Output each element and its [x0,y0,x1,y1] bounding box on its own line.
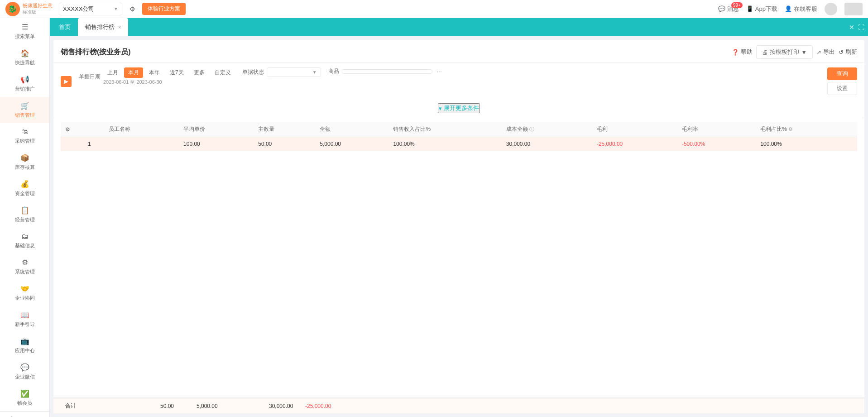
home-icon: 🏠 [20,49,29,58]
sidebar-item-system[interactable]: ⚙ 系统管理 [0,254,49,280]
avatar[interactable] [825,3,837,15]
data-table: ⚙ 员工名称 平均单价 主数量 全额 销售收入占比% 成本全额 ⓘ 毛利 毛利率 [61,122,857,151]
date-buttons: 上月 本月 本年 近7天 更多 自定义 [103,67,235,78]
sidebar-item-sales[interactable]: 🛒 销售管理 [0,97,49,123]
sidebar-item-wechat[interactable]: 💬 企业微信 [0,359,49,385]
sidebar-item-operations[interactable]: 📋 经营管理 [0,201,49,228]
footer-label: 合计 [65,402,156,410]
more-options-button[interactable]: ··· [435,68,444,75]
table-container: ⚙ 员工名称 平均单价 主数量 全额 销售收入占比% 成本全额 ⓘ 毛利 毛利率 [53,118,864,398]
message-icon: 💬 [718,5,725,12]
settings-button[interactable]: 设置 [827,82,857,95]
close-window-icon[interactable]: ✕ [849,24,854,31]
col-employee-name: 员工名称 [104,122,179,137]
goods-filter-group: 商品 ··· [328,67,444,75]
cell-profit-rate: -500.00% [677,137,756,151]
query-button[interactable]: 查询 [827,67,857,80]
help-button[interactable]: ❓ 帮助 [732,48,753,56]
sidebar-item-member[interactable]: ✅ 畅会员 [0,385,49,411]
tab-home[interactable]: 首页 [52,18,78,36]
logo-text: 畅康通好生意 [23,2,53,9]
tab-home-label: 首页 [59,23,71,31]
query-buttons: 查询 设置 [827,67,857,95]
sidebar-item-app-center[interactable]: 📺 应用中心 [0,332,49,359]
app-center-icon: 📺 [20,337,29,345]
date-btn-custom[interactable]: 自定义 [211,67,235,78]
page-header: 销售排行榜(按业务员) ❓ 帮助 🖨 按模板打印 ▼ ↗ [53,40,864,63]
operations-icon: 📋 [20,206,29,215]
filter-bar: ▶ 单据日期 上月 本月 本年 近7天 更多 自定义 [53,63,864,118]
status-label: 单据状态 [242,68,264,76]
online-service-button[interactable]: 👤 在线客服 [785,5,817,13]
messages-badge: 99+ [731,2,743,8]
cell-profit-pct: 100.00% [756,137,857,151]
logo-icon: 🐉 [5,2,20,16]
sidebar-bottom: ⚙ ◀◀ [0,411,49,417]
settings-icon-button[interactable]: ⚙ [126,3,139,15]
sidebar-item-quick-nav[interactable]: 🏠 快捷导航 [0,44,49,71]
tab-sales-ranking[interactable]: 销售排行榜 × [78,18,128,36]
sidebar-item-purchase[interactable]: 🛍 采购管理 [0,123,49,149]
date-btn-more[interactable]: 更多 [190,67,209,78]
logo: 🐉 畅康通好生意 标准版 [5,2,55,16]
goods-label: 商品 [328,67,339,75]
sidebar: ☰ 搜索菜单 🏠 快捷导航 📢 营销推广 🛒 销售管理 🛍 采购管理 📦 库存核… [0,18,50,417]
profit-pct-info-icon[interactable]: ⚙ [788,126,793,132]
app-download-button[interactable]: 📱 App下载 [746,5,777,13]
expand-window-icon[interactable]: ⛶ [858,24,864,31]
basic-info-icon: 🗂 [21,232,29,240]
expand-more-button[interactable]: ▾ 展开更多条件 [438,103,480,113]
refresh-button[interactable]: ↺ 刷新 [839,48,857,56]
date-btn-this-year[interactable]: 本年 [145,67,164,78]
cell-rank: 1 [75,137,104,151]
col-profit-pct: 毛利占比% ⚙ [756,122,857,137]
date-range-display: 2023-06-01 至 2023-06-30 [103,79,235,86]
messages-button[interactable]: 💬 消息 99+ [718,5,739,13]
page-actions: ❓ 帮助 🖨 按模板打印 ▼ ↗ 导出 ↺ [732,45,857,59]
tab-sales-ranking-label: 销售排行榜 [85,23,115,31]
status-chevron-icon: ▼ [312,70,317,75]
sidebar-item-enterprise[interactable]: 🤝 企业协同 [0,280,49,306]
sidebar-item-basic-info[interactable]: 🗂 基础信息 [0,228,49,254]
page-title: 销售排行榜(按业务员) [61,48,732,57]
settings-bottom-icon[interactable]: ⚙ [9,415,14,417]
logo-sub: 标准版 [23,9,53,15]
footer-amount: 5,000.00 [192,403,228,409]
company-selector[interactable]: XXXXX公司 ▼ [59,3,122,15]
date-btn-this-month[interactable]: 本月 [124,67,143,78]
sidebar-item-inventory[interactable]: 📦 库存核算 [0,149,49,175]
sidebar-item-finance[interactable]: 💰 资金管理 [0,175,49,201]
col-avg-price: 平均单价 [179,122,254,137]
cell-cost: 30,000.00 [502,137,592,151]
col-rank [75,122,104,137]
filter-toggle-button[interactable]: ▶ [61,76,72,87]
sidebar-item-guide[interactable]: 📖 新手引导 [0,306,49,332]
export-button[interactable]: ↗ 导出 [816,48,835,56]
tab-bar: 首页 销售排行榜 × ✕ ⛶ [50,18,868,36]
purchase-icon: 🛍 [21,128,29,136]
sidebar-item-marketing[interactable]: 📢 营销推广 [0,71,49,97]
guide-icon: 📖 [20,311,29,319]
finance-icon: 💰 [20,180,29,188]
system-icon: ⚙ [22,258,28,267]
sidebar-item-search[interactable]: ☰ 搜索菜单 [0,18,49,44]
mobile-icon: 📱 [746,5,753,12]
date-btn-7days[interactable]: 近7天 [166,67,188,78]
cell-profit: -25,000.00 [592,137,677,151]
status-select[interactable]: ▼ [267,67,321,77]
cost-info-icon[interactable]: ⓘ [529,126,534,132]
status-filter-group: 单据状态 ▼ [242,67,321,77]
industry-button[interactable]: 体验行业方案 [142,3,186,15]
tab-close-icon[interactable]: × [118,24,121,30]
footer-profit: -25,000.00 [301,403,337,409]
footer-qty: 50.00 [156,403,192,409]
footer-cells: 50.00 5,000.00 30,000.00 -25,000.00 [156,403,853,409]
expand-row: ▾ 展开更多条件 [61,102,857,113]
goods-input[interactable] [342,69,432,74]
print-button[interactable]: 🖨 按模板打印 ▼ [756,45,813,59]
col-settings[interactable]: ⚙ [61,122,75,137]
date-btn-last-month[interactable]: 上月 [103,67,122,78]
inventory-icon: 📦 [20,153,29,162]
col-cost: 成本全额 ⓘ [502,122,592,137]
collapse-icon[interactable]: ◀◀ [31,415,41,417]
